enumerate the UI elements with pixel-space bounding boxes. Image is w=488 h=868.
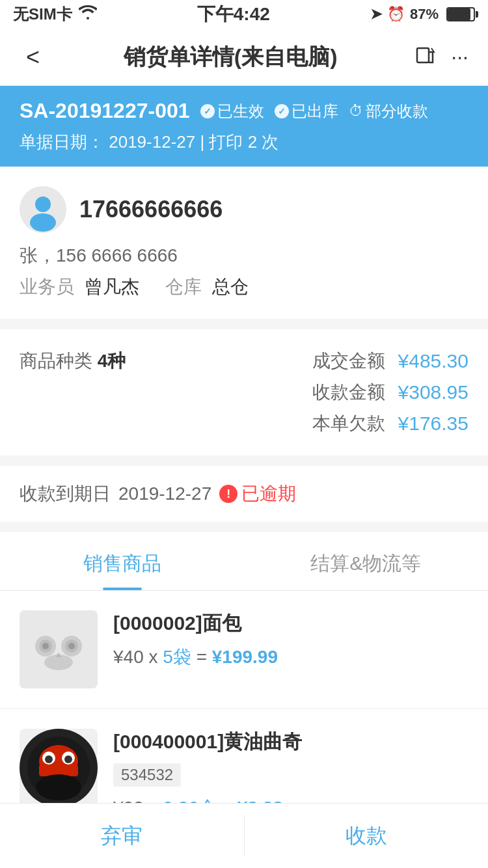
order-header: SA-20191227-001 ✓ 已生效 ✓ 已出库 ⏱ 部分收款 单据日期：…: [0, 86, 488, 167]
customer-row: 17666666666: [20, 186, 468, 233]
tab-products[interactable]: 销售商品: [0, 532, 244, 590]
svg-point-2: [35, 197, 51, 212]
svg-point-18: [45, 755, 53, 763]
customer-name: 张，156 6666 6666: [20, 243, 468, 268]
nav-bar: < 销货单详情(来自电脑) ···: [0, 29, 488, 86]
status-shipped-label: 已出库: [291, 101, 338, 122]
battery-icon: [446, 7, 475, 21]
check-icon-2: ✓: [275, 104, 289, 118]
status-bar: 无SIM卡 下午4:42 ➤ ⏰ 87%: [0, 0, 488, 29]
order-date: 2019-12-27: [109, 132, 195, 152]
page-title: 销货单详情(来自电脑): [124, 42, 338, 72]
location-icon: ➤: [370, 6, 382, 23]
collect-button[interactable]: 收款: [245, 804, 489, 868]
warehouse-label: 仓库: [165, 277, 202, 297]
nav-right: ···: [414, 43, 468, 72]
svg-point-19: [64, 755, 72, 763]
more-button[interactable]: ···: [451, 45, 468, 69]
status-partial-label: 部分收款: [366, 101, 428, 122]
order-date-row: 单据日期： 2019-12-27 | 打印 2 次: [20, 131, 468, 154]
bottom-bar: 弃审 收款: [0, 803, 488, 868]
status-shipped: ✓ 已出库: [275, 101, 338, 122]
product-price-1: ¥40: [113, 647, 144, 667]
svg-point-10: [68, 643, 75, 649]
product-thumb-2: [20, 729, 98, 807]
status-partial: ⏱ 部分收款: [349, 101, 428, 122]
product-thumb-1: [20, 610, 98, 688]
status-effective-label: 已生效: [217, 101, 264, 122]
due-section: 收款到期日 2019-12-27 ! 已逾期: [0, 466, 488, 522]
customer-meta: 业务员 曾凡杰 仓库 总仓: [20, 275, 468, 299]
received-label: 收款金额: [312, 380, 385, 405]
product-total-1: ¥199.99: [212, 647, 278, 667]
status-effective: ✓ 已生效: [200, 101, 264, 122]
check-icon-1: ✓: [200, 104, 215, 118]
product-info-1: [0000002]面包 ¥40 x 5袋 = ¥199.99: [113, 610, 468, 670]
amount-row: 成交金额 ¥485.30: [312, 349, 468, 373]
product-name-2: [000400001]黄油曲奇: [113, 729, 468, 755]
category-count: 4种: [98, 351, 126, 371]
category-item: 商品种类 4种: [20, 349, 126, 373]
product-price-row-1: ¥40 x 5袋 = ¥199.99: [113, 645, 468, 670]
product-name-1: [0000002]面包: [113, 610, 468, 637]
warehouse-name: 总仓: [212, 277, 249, 297]
wifi-icon: [79, 5, 97, 23]
overdue-icon: !: [219, 485, 237, 503]
order-id-row: SA-20191227-001 ✓ 已生效 ✓ 已出库 ⏱ 部分收款: [20, 99, 468, 123]
svg-rect-4: [20, 610, 98, 688]
svg-point-9: [42, 643, 49, 649]
list-item: [0000002]面包 ¥40 x 5袋 = ¥199.99: [0, 591, 488, 708]
share-button[interactable]: [414, 43, 438, 72]
stats-section: 商品种类 4种 成交金额 ¥485.30 收款金额 ¥308.95 本单欠款 ¥…: [0, 329, 488, 455]
due-label: 收款到期日: [20, 481, 111, 506]
back-button[interactable]: <: [20, 37, 46, 77]
tabs-section: 销售商品 结算&物流等: [0, 532, 488, 591]
date-label: 单据日期：: [20, 132, 104, 152]
signal-text: 无SIM卡: [13, 4, 72, 25]
sales-label: 业务员: [20, 277, 74, 297]
stats-left: 商品种类 4种: [20, 349, 126, 373]
status-time: 下午4:42: [197, 2, 270, 27]
received-row: 收款金额 ¥308.95: [312, 380, 468, 405]
svg-rect-0: [417, 48, 429, 62]
customer-avatar: [20, 186, 66, 233]
sales-info: 业务员 曾凡杰: [20, 275, 139, 299]
sales-name: 曾凡杰: [85, 277, 139, 297]
customer-phone: 17666666666: [79, 196, 223, 223]
category-label: 商品种类: [20, 351, 92, 371]
tab-settlement[interactable]: 结算&物流等: [244, 532, 488, 590]
overdue-text: 已逾期: [241, 481, 296, 506]
svg-point-3: [30, 213, 56, 232]
warehouse-info: 仓库 总仓: [165, 275, 249, 299]
tab-products-label: 销售商品: [83, 552, 161, 574]
debt-label: 本单欠款: [312, 411, 385, 436]
debt-row: 本单欠款 ¥176.35: [312, 411, 468, 436]
customer-section: 17666666666 张，156 6666 6666 业务员 曾凡杰 仓库 总…: [0, 167, 488, 319]
battery-text: 87%: [410, 6, 439, 23]
print-info: | 打印 2 次: [200, 132, 278, 152]
debt-value: ¥176.35: [398, 413, 468, 435]
order-id: SA-20191227-001: [20, 99, 190, 123]
tab-settlement-label: 结算&物流等: [310, 552, 421, 574]
product-qty-1: 5袋: [163, 647, 191, 667]
amount-label: 成交金额: [312, 349, 385, 373]
overdue-badge: ! 已逾期: [219, 481, 296, 506]
stats-right: 成交金额 ¥485.30 收款金额 ¥308.95 本单欠款 ¥176.35: [312, 349, 468, 436]
clock-icon: ⏱: [349, 103, 363, 120]
status-bar-right: ➤ ⏰ 87%: [370, 6, 475, 23]
alarm-icon: ⏰: [387, 6, 405, 23]
svg-point-21: [36, 774, 81, 800]
status-bar-left: 无SIM卡: [13, 4, 97, 25]
received-value: ¥308.95: [398, 381, 468, 403]
product-batch: 534532: [113, 763, 181, 787]
amount-value: ¥485.30: [398, 350, 468, 372]
due-date: 2019-12-27: [118, 483, 211, 504]
cancel-button[interactable]: 弃审: [0, 804, 244, 868]
